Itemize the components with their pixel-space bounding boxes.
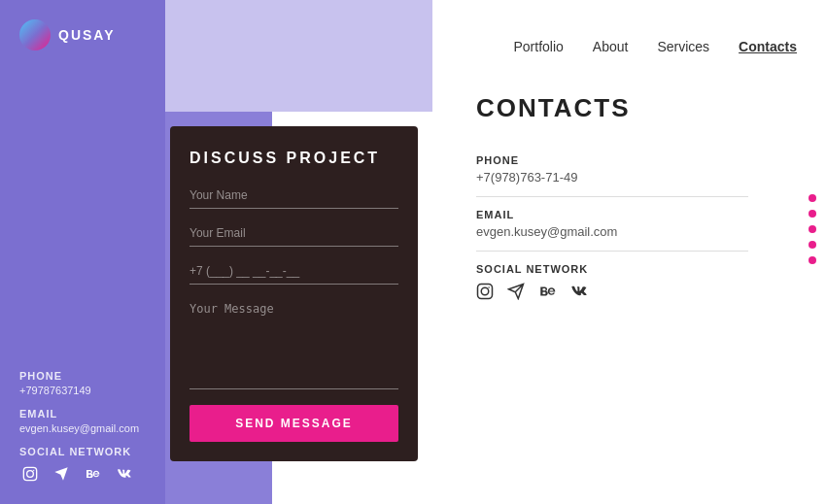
dot-5: [809, 256, 816, 264]
name-input[interactable]: [189, 183, 398, 209]
svg-rect-0: [23, 467, 36, 480]
email-label: EMAIL: [476, 209, 748, 220]
sidebar-phone-value: +79787637149: [19, 385, 146, 396]
sidebar-vk-icon[interactable]: [113, 463, 134, 485]
social-icons-row: [476, 283, 748, 304]
email-input[interactable]: [189, 220, 398, 247]
sidebar-email-value: evgen.kusey@gmail.com: [19, 422, 146, 434]
sidebar-behance-icon[interactable]: [82, 463, 103, 485]
sidebar-telegram-icon[interactable]: [51, 463, 72, 485]
blue-rect2-bg: [165, 0, 432, 112]
phone-value: +7(978)763-71-49: [476, 170, 748, 185]
contacts-behance-icon[interactable]: [538, 283, 556, 304]
logo-circle: [19, 19, 51, 50]
email-block: EMAIL evgen.kusey@gmail.com: [476, 197, 748, 252]
dot-1: [809, 194, 816, 202]
logo: QUSAY: [19, 19, 146, 50]
contacts-vk-icon[interactable]: [569, 283, 587, 304]
sidebar-social-label: SOCIAL NETWORK: [19, 446, 146, 457]
phone-label: PHONE: [476, 154, 748, 166]
sidebar-phone-label: PHONE: [19, 370, 146, 382]
phone-block: PHONE +7(978)763-71-49: [476, 143, 748, 197]
message-textarea[interactable]: [189, 296, 398, 389]
sidebar-email-label: EMAIL: [19, 408, 146, 420]
discuss-project-card: DISCUSS PROJECT SEND MESSAGE: [170, 126, 418, 461]
social-label: SOCIAL NETWORK: [476, 263, 748, 275]
dot-3: [809, 225, 816, 233]
contacts-section: CONTACTS PHONE +7(978)763-71-49 EMAIL ev…: [476, 93, 797, 316]
contacts-telegram-icon[interactable]: [507, 283, 525, 304]
nav-about[interactable]: About: [593, 39, 629, 54]
send-message-button[interactable]: SEND MESSAGE: [189, 405, 398, 442]
svg-point-5: [488, 286, 490, 288]
navigation: Portfolio About Services Contacts: [476, 19, 797, 54]
sidebar-social-row: [19, 463, 146, 485]
main-content: Portfolio About Services Contacts CONTAC…: [447, 0, 826, 504]
dot-2: [809, 210, 816, 218]
svg-point-1: [27, 471, 34, 478]
dots-decoration: [809, 194, 816, 264]
sidebar-bottom: PHONE +79787637149 EMAIL evgen.kusey@gma…: [19, 358, 146, 485]
dot-4: [809, 241, 816, 249]
contacts-title: CONTACTS: [476, 93, 797, 123]
svg-point-2: [33, 470, 34, 471]
svg-point-4: [481, 287, 489, 295]
contacts-instagram-icon[interactable]: [476, 283, 494, 304]
logo-text: QUSAY: [58, 27, 116, 43]
nav-contacts[interactable]: Contacts: [739, 39, 797, 54]
nav-services[interactable]: Services: [657, 39, 709, 54]
card-title: DISCUSS PROJECT: [189, 150, 398, 167]
svg-rect-3: [478, 285, 493, 299]
nav-portfolio[interactable]: Portfolio: [513, 39, 563, 54]
sidebar: QUSAY PHONE +79787637149 EMAIL evgen.kus…: [0, 0, 165, 504]
social-block: SOCIAL NETWORK: [476, 252, 748, 316]
phone-input[interactable]: [189, 258, 398, 285]
sidebar-instagram-icon[interactable]: [19, 463, 41, 485]
email-value: evgen.kusey@gmail.com: [476, 224, 748, 239]
